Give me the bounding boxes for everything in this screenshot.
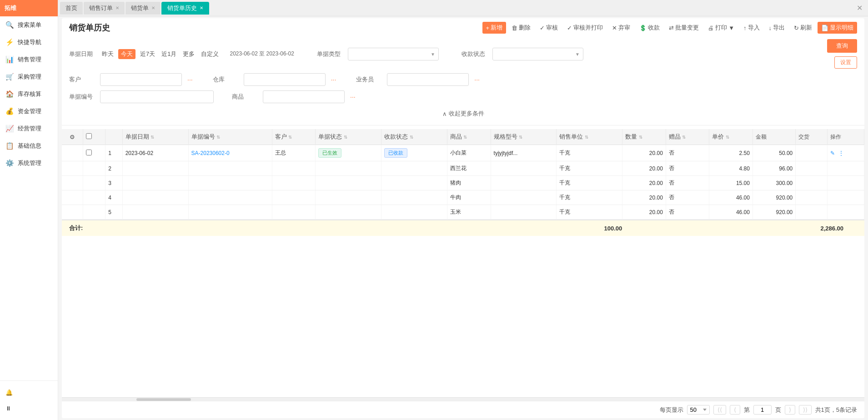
doc-no-field: 单据编号 <box>69 90 214 103</box>
cell-doc-no[interactable] <box>188 161 272 176</box>
audit-print-button[interactable]: ✓ 审核并打印 <box>563 22 607 34</box>
cell-rownum: 1 <box>105 145 122 161</box>
cell-actions <box>828 161 864 176</box>
th-gift[interactable]: 赠品 ⇅ <box>666 129 709 145</box>
payment-status-select[interactable] <box>492 48 583 60</box>
refresh-button[interactable]: ↻ 刷新 <box>790 22 816 34</box>
close-tab-sales-order[interactable]: ✕ <box>115 5 119 10</box>
close-tab-sales-goods[interactable]: ✕ <box>151 5 155 10</box>
cell-price: 15.00 <box>709 176 753 190</box>
sidebar-item-finance[interactable]: 💰 资金管理 <box>0 103 58 120</box>
doc-type-select[interactable] <box>348 48 439 60</box>
sidebar-item-operations[interactable]: 📈 经营管理 <box>0 120 58 137</box>
cell-doc-no[interactable]: SA-20230602-0 <box>188 145 272 161</box>
cell-actions <box>828 205 864 220</box>
warehouse-dots-btn[interactable]: ··· <box>329 75 338 84</box>
th-doc-no[interactable]: 单据编号 ⇅ <box>188 129 272 145</box>
prev-page-btn[interactable]: ⟨ <box>730 405 740 415</box>
cell-product: 西兰花 <box>447 161 491 176</box>
date-btn-more[interactable]: 更多 <box>181 49 196 59</box>
sidebar-item-quick-nav[interactable]: ⚡ 快捷导航 <box>0 34 58 51</box>
sidebar-pause[interactable]: ⏸ <box>0 400 58 416</box>
sidebar-item-search-menu[interactable]: 🔍 搜索菜单 <box>0 16 58 34</box>
cell-amount: 96.00 <box>753 161 795 176</box>
th-product[interactable]: 商品 ⇅ <box>447 129 491 145</box>
product-input[interactable] <box>263 90 345 103</box>
th-customer[interactable]: 客户 ⇅ <box>272 129 316 145</box>
cell-checkbox[interactable] <box>83 161 105 176</box>
sidebar-item-system-mgmt[interactable]: ⚙️ 系统管理 <box>0 155 58 172</box>
th-checkbox[interactable] <box>83 129 105 145</box>
doc-no-input[interactable] <box>100 90 214 103</box>
th-price[interactable]: 单价 ⇅ <box>709 129 753 145</box>
collapse-btn[interactable]: ∧ 收起更多条件 <box>69 108 857 120</box>
close-all-tabs[interactable]: ✕ <box>853 4 866 12</box>
th-unit[interactable]: 销售单位 ⇅ <box>557 129 622 145</box>
th-spec[interactable]: 规格型号 ⇅ <box>491 129 557 145</box>
tab-sales-history[interactable]: 销货单历史 ✕ <box>161 2 209 15</box>
export-button[interactable]: ↓ 导出 <box>765 22 789 34</box>
cell-doc-no[interactable] <box>188 205 272 220</box>
close-tab-sales-history[interactable]: ✕ <box>200 5 203 10</box>
footer-total-amount: 2,286.00 <box>820 225 857 232</box>
import-button[interactable]: ↑ 导入 <box>740 22 763 34</box>
show-detail-button[interactable]: 📄 显示明细 <box>818 22 857 34</box>
th-actions: 操作 <box>828 129 864 145</box>
print-button[interactable]: 🖨 打印 ▼ <box>704 22 738 34</box>
cell-checkbox[interactable] <box>83 145 105 161</box>
cell-checkbox[interactable] <box>83 205 105 220</box>
date-btn-1month[interactable]: 近1月 <box>160 49 178 59</box>
audit-button[interactable]: ✓ 审核 <box>536 22 562 34</box>
salesperson-input[interactable] <box>387 73 469 86</box>
customer-dots-btn[interactable]: ··· <box>186 75 195 84</box>
cell-doc-status <box>316 176 381 190</box>
sidebar-item-inventory[interactable]: 🏠 库存核算 <box>0 85 58 103</box>
page-input[interactable] <box>753 405 772 415</box>
first-page-btn[interactable]: ⟨⟨ <box>713 405 726 415</box>
set-button[interactable]: 设置 <box>834 56 857 69</box>
more-action[interactable]: ⋮ <box>838 150 844 156</box>
th-doc-status[interactable]: 单据状态 ⇅ <box>316 129 381 145</box>
cell-checkbox[interactable] <box>83 190 105 205</box>
cell-doc-no[interactable] <box>188 190 272 205</box>
cell-price: 46.00 <box>709 205 753 220</box>
collect-button[interactable]: 💲 收款 <box>636 22 663 34</box>
abandon-button[interactable]: ✕ 弃审 <box>608 22 634 34</box>
last-page-btn[interactable]: ⟩⟩ <box>799 405 812 415</box>
date-btn-custom[interactable]: 自定义 <box>199 49 221 59</box>
date-btn-today[interactable]: 今天 <box>118 49 135 59</box>
select-all-checkbox[interactable] <box>86 133 92 139</box>
sidebar-item-purchase-mgmt[interactable]: 🛒 采购管理 <box>0 68 58 85</box>
th-doc-date[interactable]: 单据日期 ⇅ <box>122 129 188 145</box>
per-page-select[interactable]: 50 10 20 100 <box>687 405 710 415</box>
row-checkbox[interactable] <box>86 150 92 155</box>
sidebar-notification[interactable]: 🔔 <box>0 385 58 400</box>
tab-home[interactable]: 首页 <box>60 2 83 15</box>
detail-icon: 📄 <box>821 25 828 31</box>
product-dots-btn[interactable]: ··· <box>348 92 357 101</box>
warehouse-label: 仓库 <box>213 75 240 84</box>
delete-button[interactable]: 🗑 删除 <box>508 22 534 34</box>
date-btn-yesterday[interactable]: 昨天 <box>100 49 115 59</box>
customer-input[interactable] <box>100 73 182 86</box>
payment-status-select-wrap <box>492 48 583 60</box>
tab-sales-goods[interactable]: 销货单 ✕ <box>125 2 161 15</box>
tab-sales-order[interactable]: 销售订单 ✕ <box>84 2 125 15</box>
cell-checkbox[interactable] <box>83 176 105 190</box>
sidebar-item-sales-mgmt[interactable]: 📊 销售管理 <box>0 51 58 68</box>
horizontal-scrollbar[interactable] <box>62 397 864 401</box>
new-button[interactable]: + 新增 <box>482 22 507 34</box>
th-settings[interactable]: ⚙ <box>62 129 83 145</box>
date-btn-7days[interactable]: 近7天 <box>138 49 157 59</box>
cell-doc-no[interactable] <box>188 176 272 190</box>
batch-change-button[interactable]: ⇄ 批量变更 <box>665 22 702 34</box>
salesperson-dots-btn[interactable]: ··· <box>472 75 482 84</box>
edit-action[interactable]: ✎ <box>830 150 835 156</box>
home-icon: 🏠 <box>5 90 14 98</box>
th-qty[interactable]: 数量 ⇅ <box>622 129 666 145</box>
warehouse-input[interactable] <box>244 73 326 86</box>
sidebar-item-basic-info[interactable]: 📋 基础信息 <box>0 137 58 155</box>
query-button[interactable]: 查询 <box>827 39 857 53</box>
next-page-btn[interactable]: ⟩ <box>785 405 795 415</box>
th-pay-status[interactable]: 收款状态 ⇅ <box>381 129 447 145</box>
